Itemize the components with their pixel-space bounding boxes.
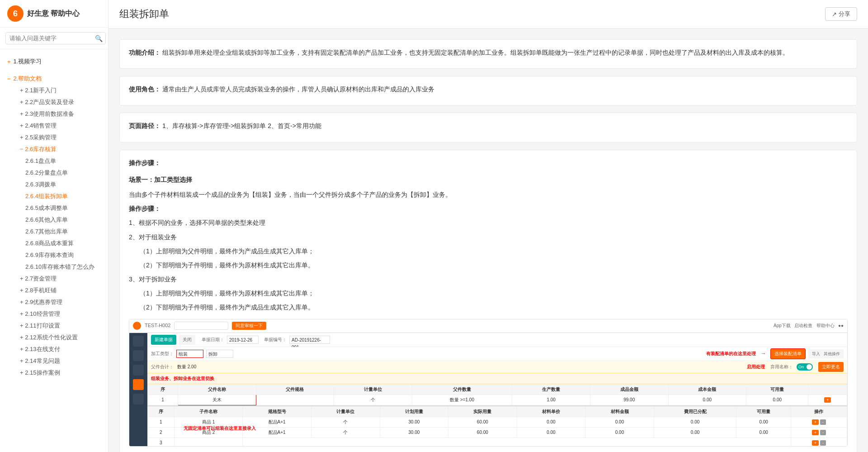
sidebar-item-22[interactable]: + 2.2产品安装及登录 (16, 96, 101, 108)
fake-date-label: 单据日期： (202, 336, 224, 344)
screenshot-area: TEST-H002 同意审核一下 App下载 启动检查 帮助中心 ●● (129, 319, 848, 447)
page-title: 组装拆卸单 (119, 7, 169, 21)
fake-doc-toolbar: 新建单据 关闭 单据日期： 2019-12-26 单据编号： AD-201912… (147, 333, 847, 347)
logo-text: 好生意 帮助中心 (27, 9, 80, 19)
sidebar-header: 6 好生意 帮助中心 (0, 0, 108, 28)
sidebar-item-23[interactable]: + 2.3使用前数据准备 (16, 108, 101, 120)
step3-sub1: （1）上部明细为父件明细，最终作为原材料生成其它出库单； (129, 288, 848, 299)
path-text: 页面路径： 1、库存核算->库存管理->组装拆卸单 2、首页->常用功能 (129, 120, 848, 132)
fake-chajian-field[interactable]: 拆卸 (206, 350, 233, 358)
sidebar-item-261[interactable]: 2.6.1盘点单 (22, 155, 101, 167)
fake-approve-btn[interactable]: 同意审核一下 (232, 322, 266, 330)
sidebar-item-21[interactable]: + 2.1新手入门 (16, 85, 101, 96)
fake-ui: TEST-H002 同意审核一下 App下载 启动检查 帮助中心 ●● (129, 319, 847, 447)
sidebar-item-266[interactable]: 2.6.6其他入库单 (22, 214, 101, 226)
lth-ops: 操作 (791, 407, 847, 417)
sidebar-item-2610[interactable]: 2.6.10库存账本错了怎么办 (22, 261, 101, 273)
ltd-ops-3: + - (791, 438, 847, 447)
fake-topbar-right: App下载 启动检查 帮助中心 ●● (774, 322, 844, 330)
fake-other-btn[interactable]: 导入 其他操作 (808, 349, 844, 358)
sidebar-item-25[interactable]: + 2.5采购管理 (16, 132, 101, 143)
sidebar-item-24[interactable]: + 2.4销售管理 (16, 120, 101, 132)
lower-del-3[interactable]: - (820, 440, 826, 446)
share-button[interactable]: ↗ 分享 (825, 7, 857, 21)
scenario1-title: 场景一：加工类型选择 (129, 174, 848, 186)
sidebar-item-212[interactable]: + 2.12系统个性化设置 (16, 332, 101, 343)
th-unit: 计量单位 (334, 385, 412, 395)
main-header: 组装拆卸单 ↗ 分享 (108, 0, 868, 29)
lower-add-1[interactable]: + (812, 419, 819, 425)
sidebar-sub-sub-items-26: 2.6.1盘点单 2.6.2分量盘点单 2.6.3调拨单 2.6.4组装拆卸单 … (16, 155, 101, 273)
ltd-a-2: 0.00 (654, 428, 736, 438)
fake-search-bar (174, 322, 228, 330)
step3: 3、对于拆卸业务 (129, 274, 848, 285)
fake-save-btn[interactable]: 立即更名 (818, 362, 844, 372)
annotation-5-label: 无固定清单可以组装在这里直接录入 (184, 426, 256, 431)
sidebar-item-262[interactable]: 2.6.2分量盘点单 (22, 167, 101, 179)
fake-tab-close[interactable]: 关闭 (179, 335, 195, 345)
plus-icon-27: + (20, 275, 25, 282)
main-area: 组装拆卸单 ↗ 分享 功能介绍： 组装拆卸单用来处理企业组装或拆卸等加工业务，支… (108, 0, 868, 452)
sidebar-item-265[interactable]: 2.6.5成本调整单 (22, 202, 101, 214)
annotation-5-container: 无固定清单可以组装在这里直接录入 (184, 424, 256, 433)
sidebar-item-211[interactable]: + 2.11打印设置 (16, 320, 101, 332)
sidebar-item-213[interactable]: + 2.13在线支付 (16, 343, 101, 355)
sidebar-item-267[interactable]: 2.6.7其他出库单 (22, 226, 101, 238)
role-content: 通常由生产人员或库管人员完成拆装业务的操作，库管人员确认原材料的出库和产成品的入… (162, 86, 434, 93)
fake-jiagong-field[interactable]: 组装 (176, 350, 203, 358)
sidebar-item-26[interactable]: − 2.6库存核算 (16, 143, 101, 155)
minus-icon-26: − (20, 146, 25, 152)
sidebar-section-1: + 1.视频学习 (0, 53, 108, 70)
fake-peihe-btn[interactable]: 选择装配清单 (770, 348, 806, 359)
td-name-1: 关木 (178, 395, 256, 405)
plus-icon-23: + (20, 110, 25, 117)
fake-bill-label: 单据编号： (264, 336, 287, 344)
sidebar-item-269[interactable]: 2.6.9库存账本查询 (22, 249, 101, 261)
fake-row-action-1[interactable]: + (824, 397, 831, 403)
sidebar-item-264[interactable]: 2.6.4组装拆卸单 (22, 190, 101, 202)
ltd-c2-1: 0.00 (585, 417, 654, 428)
lth-unit: 计量单位 (311, 407, 380, 417)
step1: 1、根据不同的业务，选择不同单据的类型来处理 (129, 217, 848, 228)
ltd-a-1: 0.00 (654, 417, 736, 428)
sidebar-item-263[interactable]: 2.6.3调拨单 (22, 179, 101, 190)
lth-spec: 规格型号 (243, 407, 311, 417)
role-text: 使用角色： 通常由生产人员或库管人员完成拆装业务的操作，库管人员确认原材料的出库… (129, 84, 848, 95)
sidebar-item-help-docs[interactable]: − 2.帮助文档 (7, 73, 101, 85)
sidebar-item-268[interactable]: 2.6.8商品成本重算 (22, 238, 101, 249)
sidebar-item-214[interactable]: + 2.14常见问题 (16, 355, 101, 367)
annotation-3-label: 组装业务、拆卸业务在这里切换 (151, 376, 214, 381)
fake-toggle[interactable]: On (797, 363, 813, 371)
lower-add-2[interactable]: + (812, 430, 819, 435)
scenario1-desc: 当由多个子件材料组装成一个成品的业务为【组装】业务，当由一个父件拆分成多个子产品… (129, 189, 848, 200)
fake-topbar-id: TEST-H002 (145, 321, 170, 330)
th-ops (808, 385, 847, 395)
td-cost2-1: 0.00 (668, 395, 746, 405)
logo-icon: 6 (7, 5, 24, 22)
search-input[interactable] (5, 32, 106, 44)
ltd-unit-2: 个 (311, 428, 380, 438)
sidebar-item-210[interactable]: + 2.10经营管理 (16, 308, 101, 320)
table-row-1: 1 关木 个 数量 >=1.00 1.00 99.00 0.0 (148, 395, 847, 405)
ltd-3: 3 (148, 438, 175, 447)
minus-icon-2: − (7, 76, 11, 82)
fake-tab-new[interactable]: 新建单据 (151, 335, 176, 345)
sidebar-item-29[interactable]: + 2.9优惠券管理 (16, 296, 101, 308)
th-cost1: 成品金额 (590, 385, 668, 395)
ltd-1: 1 (148, 417, 175, 428)
sidebar-item-video-learning[interactable]: + 1.视频学习 (7, 56, 101, 67)
ltd-empty-3 (243, 438, 791, 447)
sidebar-item-215[interactable]: + 2.15操作案例 (16, 367, 101, 379)
td-qty-1: 数量 >=1.00 (412, 395, 512, 405)
sidebar-section-2: − 2.帮助文档 + 2.1新手入门 + 2.2产品安装及登录 + 2.3使用前… (0, 70, 108, 381)
path-content: 1、库存核算->库存管理->组装拆卸单 2、首页->常用功能 (162, 122, 321, 129)
plus-icon-211: + (20, 322, 25, 329)
lower-del-1[interactable]: - (820, 419, 826, 425)
lower-add-3[interactable]: + (812, 440, 819, 446)
fake-date-field: 2019-12-26 (227, 336, 259, 344)
td-cost1-1: 99.00 (590, 395, 668, 405)
sidebar-item-27[interactable]: + 2.7资金管理 (16, 273, 101, 285)
lth-name: 子件名称 (174, 407, 243, 417)
sidebar-item-28[interactable]: + 2.8手机旺铺 (16, 285, 101, 296)
lower-del-2[interactable]: - (820, 430, 826, 435)
